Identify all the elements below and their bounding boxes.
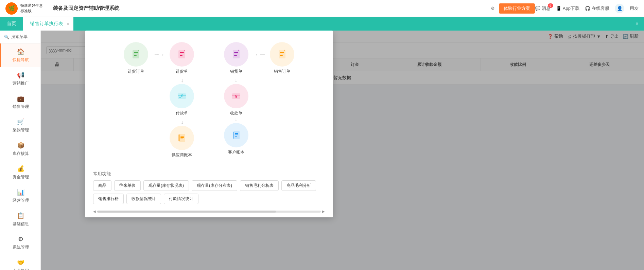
customer-ledger-label: 客户账本 bbox=[228, 149, 244, 155]
payment-bill-label: 付款单 bbox=[176, 110, 188, 116]
enterprise-icon: 🤝 bbox=[17, 258, 25, 267]
search-menu[interactable]: 🔍 搜索菜单 bbox=[0, 31, 40, 43]
arrow-down-1: ↓ bbox=[181, 77, 184, 84]
header-actions: 💬 消息 6 📱 App下载 🎧 在线客服 👤 用友 bbox=[535, 4, 639, 13]
basic-info-icon: 📋 bbox=[17, 212, 25, 220]
svg-rect-23 bbox=[280, 54, 284, 54]
logo-line1: 畅康通好生意 bbox=[20, 3, 43, 8]
payment-bill-icon: ¥ bbox=[170, 84, 194, 108]
finance-icon: 💰 bbox=[17, 165, 25, 173]
phone-icon: 📱 bbox=[556, 6, 561, 11]
common-functions: 常用功能 商品 往来单位 现存量(库存状况表) 现存量(库存分布表) 销售毛利分… bbox=[93, 168, 325, 204]
func-btn-receipt-stats[interactable]: 收款情况统计 bbox=[126, 194, 161, 204]
svg-rect-7 bbox=[180, 55, 182, 56]
scroll-left-arrow[interactable]: ◀ bbox=[93, 210, 96, 213]
func-btn-payment-stats[interactable]: 付款情况统计 bbox=[164, 194, 198, 204]
sales-order-node[interactable]: 销售订单 bbox=[265, 42, 299, 74]
svg-rect-30 bbox=[235, 133, 238, 134]
svg-rect-14 bbox=[180, 136, 184, 137]
sidebar-item-quick-nav[interactable]: 🏠 快捷导航 bbox=[0, 43, 40, 67]
func-buttons-row1: 商品 往来单位 现存量(库存状况表) 现存量(库存分布表) 销售毛利分析表 商品… bbox=[93, 180, 325, 191]
experience-button[interactable]: 体验行业方案 bbox=[499, 3, 535, 14]
supplier-ledger-icon bbox=[170, 126, 194, 150]
sidebar-item-finance[interactable]: 💰 资金管理 bbox=[0, 161, 40, 184]
sidebar-item-label-4: 库存核算 bbox=[13, 151, 29, 157]
common-functions-title: 常用功能 bbox=[93, 171, 325, 177]
quick-nav-icon: 🏠 bbox=[17, 48, 25, 56]
scroll-right-arrow[interactable]: ▶ bbox=[322, 210, 325, 213]
sidebar-item-label-5: 资金管理 bbox=[13, 174, 29, 180]
modal-overlay[interactable]: 进货订单 - - -→ bbox=[41, 31, 644, 270]
svg-rect-31 bbox=[235, 134, 238, 135]
user-name: 用友 bbox=[630, 5, 639, 12]
sidebar: 🔍 搜索菜单 🏠 快捷导航 📢 营销推广 💼 销售管理 🛒 采购管理 📦 库存核… bbox=[0, 31, 41, 270]
func-buttons-row2: 销售排行榜 收款情况统计 付款情况统计 bbox=[93, 194, 325, 204]
logo-text: 畅康通好生意 标准版 bbox=[20, 3, 43, 14]
customer-ledger-node[interactable]: 客户账本 bbox=[219, 123, 253, 155]
func-btn-sales-ranking[interactable]: 销售排行榜 bbox=[93, 194, 124, 204]
arrow-down-3: ↓ bbox=[181, 119, 184, 126]
global-close-button[interactable]: × bbox=[636, 21, 639, 27]
operations-icon: 📊 bbox=[17, 188, 25, 196]
sidebar-item-basic-info[interactable]: 📋 基础信息 bbox=[0, 208, 40, 231]
message-badge: 6 bbox=[548, 3, 553, 8]
svg-rect-29 bbox=[233, 132, 234, 139]
sidebar-item-inventory[interactable]: 📦 库存核算 bbox=[0, 137, 40, 161]
svg-text:¥: ¥ bbox=[235, 94, 238, 99]
settings-icon[interactable]: ⚙ bbox=[491, 6, 495, 11]
customer-service-label: 在线客服 bbox=[592, 5, 609, 12]
svg-rect-2 bbox=[134, 54, 138, 54]
func-btn-current-stock-status[interactable]: 现存量(库存状况表) bbox=[143, 180, 189, 191]
sidebar-item-label-1: 营销推广 bbox=[13, 80, 29, 86]
svg-rect-19 bbox=[234, 54, 238, 54]
search-menu-label: 搜索菜单 bbox=[11, 34, 28, 40]
purchase-bill-node[interactable]: 进货单 bbox=[165, 42, 199, 74]
func-btn-current-stock-dist[interactable]: 现存量(库存分布表) bbox=[192, 180, 237, 191]
marketing-icon: 📢 bbox=[17, 71, 25, 79]
tab-home[interactable]: 首页 bbox=[0, 17, 23, 31]
receipt-bill-node[interactable]: ¥ 收款单 bbox=[219, 84, 253, 116]
sidebar-item-enterprise[interactable]: 🤝 企业协同 bbox=[0, 254, 40, 270]
svg-rect-6 bbox=[180, 54, 184, 54]
purchase-order-label: 进货订单 bbox=[128, 69, 144, 74]
avatar: 👤 bbox=[615, 4, 624, 13]
payment-bill-node[interactable]: ¥ 付款单 bbox=[165, 84, 199, 116]
tab-active-label: 销售订单执行表 bbox=[30, 21, 63, 27]
receipt-bill-icon: ¥ bbox=[224, 84, 248, 108]
func-btn-product-gross[interactable]: 商品毛利分析 bbox=[281, 180, 316, 191]
logo-line2: 标准版 bbox=[20, 8, 43, 14]
func-btn-sales-gross-analysis[interactable]: 销售毛利分析表 bbox=[240, 180, 279, 191]
svg-rect-15 bbox=[180, 137, 184, 138]
sidebar-item-system[interactable]: ⚙ 系统管理 bbox=[0, 231, 40, 254]
svg-rect-3 bbox=[134, 55, 137, 56]
purchase-bill-label: 进货单 bbox=[176, 69, 188, 74]
func-btn-product[interactable]: 商品 bbox=[93, 180, 111, 191]
message-icon: 💬 bbox=[535, 6, 540, 11]
app-download-button[interactable]: 📱 App下载 bbox=[556, 5, 579, 12]
customer-service-button[interactable]: 🎧 在线客服 bbox=[585, 5, 609, 12]
sales-icon: 💼 bbox=[17, 94, 25, 103]
sidebar-item-operations[interactable]: 📊 经营管理 bbox=[0, 184, 40, 208]
svg-rect-18 bbox=[234, 52, 238, 53]
supplier-ledger-node[interactable]: 供应商账本 bbox=[165, 126, 199, 158]
svg-rect-24 bbox=[280, 55, 283, 56]
purchase-order-node[interactable]: 进货订单 bbox=[119, 42, 153, 74]
scroll-track[interactable] bbox=[97, 211, 321, 213]
svg-rect-32 bbox=[235, 136, 237, 137]
logo-icon: 🌿 bbox=[5, 2, 18, 15]
flow-diagram: 进货订单 - - -→ bbox=[93, 39, 325, 161]
sidebar-item-marketing[interactable]: 📢 营销推广 bbox=[0, 67, 40, 90]
message-button[interactable]: 💬 消息 6 bbox=[535, 5, 551, 12]
headset-icon: 🎧 bbox=[585, 6, 590, 11]
sidebar-item-purchase[interactable]: 🛒 采购管理 bbox=[0, 114, 40, 137]
system-icon: ⚙ bbox=[17, 235, 25, 243]
tab-active[interactable]: 销售订单执行表 × bbox=[23, 17, 73, 31]
sidebar-item-sales[interactable]: 💼 销售管理 bbox=[0, 90, 40, 114]
purchase-icon: 🛒 bbox=[17, 118, 25, 126]
modal-scrollbar[interactable]: ◀ ▶ bbox=[93, 210, 325, 213]
sales-bill-node[interactable]: 销货单 bbox=[219, 42, 253, 74]
arrow-down-4: ↓ bbox=[234, 116, 237, 123]
func-btn-counterpart[interactable]: 往来单位 bbox=[114, 180, 141, 191]
tab-close-button[interactable]: × bbox=[65, 21, 71, 26]
sidebar-item-label-0: 快捷导航 bbox=[13, 57, 29, 63]
